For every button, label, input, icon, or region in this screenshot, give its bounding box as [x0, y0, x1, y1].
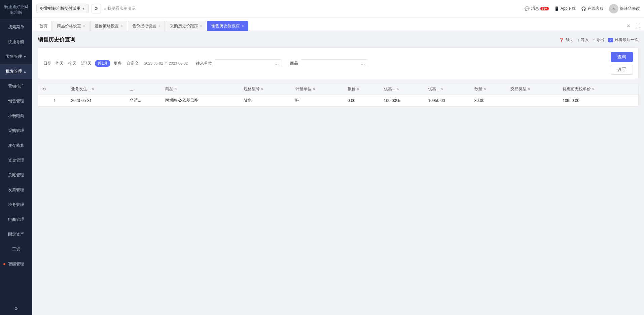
th-more[interactable]: ...: [127, 83, 162, 95]
th-price[interactable]: 报价 ⇅: [344, 83, 381, 95]
sidebar-item-ecomm2[interactable]: 电商管理: [0, 212, 32, 227]
partner-search-dots[interactable]: …: [274, 61, 279, 66]
app-download-button[interactable]: 📱 App下载: [554, 6, 576, 11]
sort-icon: ⇅: [357, 87, 359, 91]
th-pre-tax-price[interactable]: 优惠前无税单价 ⇅: [559, 83, 638, 95]
td-pre-tax-price: 10950.00: [559, 95, 638, 106]
th-discount-amt-label: 优惠...: [428, 86, 439, 92]
date-custom[interactable]: 自定义: [125, 60, 140, 67]
th-trade-type[interactable]: 交易类型 ⇅: [507, 83, 559, 95]
import-icon: ↓: [577, 38, 579, 42]
td-date: 2023-05-31: [68, 95, 126, 106]
export-label: 导出: [596, 37, 604, 43]
date-1month[interactable]: 近1月: [95, 60, 111, 67]
partner-input[interactable]: [218, 61, 273, 66]
demo-button[interactable]: ○ 我要看实例演示: [104, 6, 136, 11]
sort-icon: ⇅: [396, 87, 399, 91]
app-label: App下载: [561, 6, 576, 11]
username-label: 徐泽华修改: [620, 6, 640, 11]
sidebar-item-fund[interactable]: 资金管理: [0, 153, 32, 168]
tab-purchase-strategy[interactable]: 进价策略设置 ×: [90, 21, 127, 31]
date-yesterday[interactable]: 昨天: [54, 60, 65, 67]
close-icon[interactable]: ×: [83, 24, 85, 28]
only-last-checkbox[interactable]: ✓ 只看最后一次: [608, 37, 639, 43]
sidebar-item-assets[interactable]: 固定资产: [0, 227, 32, 242]
tab-sales-history[interactable]: 销售历史价跟踪 ×: [207, 21, 248, 31]
partner-input-box[interactable]: …: [215, 59, 282, 67]
sidebar-logo-text: 畅捷通好业财 标准版: [3, 4, 30, 15]
th-pre-tax-price-label: 优惠前无税单价: [563, 86, 591, 92]
th-date[interactable]: 业务发生... ⇅: [68, 83, 126, 95]
sidebar-item-label: 总账管理: [8, 172, 24, 178]
sidebar-item-quick-nav[interactable]: 快捷导航: [0, 35, 32, 49]
tab-sell-extract[interactable]: 售价提取设置 ×: [128, 21, 165, 31]
th-discount-amt[interactable]: 优惠... ⇅: [425, 83, 471, 95]
th-qty[interactable]: 数量 ⇅: [471, 83, 507, 95]
sidebar-item-salary[interactable]: 工资: [0, 242, 32, 257]
import-button[interactable]: ↓ 导入: [577, 37, 589, 43]
export-button[interactable]: ↑ 导出: [593, 37, 604, 43]
sidebar-item-inventory[interactable]: 库存核算: [0, 138, 32, 153]
sidebar-item-label: 工资: [12, 246, 20, 252]
close-icon[interactable]: ×: [121, 24, 123, 28]
product-input-box[interactable]: …: [301, 59, 368, 67]
th-discount-pct[interactable]: 优惠... ⇅: [381, 83, 425, 95]
product-input[interactable]: [304, 61, 359, 66]
th-product[interactable]: 商品 ⇅: [162, 83, 240, 95]
product-search-dots[interactable]: …: [360, 61, 365, 66]
help-label: 帮助: [565, 37, 573, 43]
sidebar-logo: 畅捷通好业财 标准版: [0, 0, 32, 20]
th-num: [50, 83, 68, 95]
th-unit[interactable]: 计量单位 ⇅: [292, 83, 344, 95]
sidebar-item-label: 小畅电商: [8, 113, 24, 119]
close-icon[interactable]: ×: [200, 24, 202, 28]
window-controls: ✕ ⛶: [625, 23, 641, 31]
gear-icon: ⚙: [14, 306, 18, 311]
sidebar-item-retail[interactable]: 零售管理 ▼: [0, 49, 32, 64]
sidebar-item-label: 批发管理: [6, 69, 22, 74]
tab-label: 售价提取设置: [132, 23, 156, 29]
help-icon: ❓: [559, 38, 564, 42]
query-button[interactable]: 查询: [611, 52, 633, 62]
sidebar-item-tax[interactable]: 税务管理: [0, 198, 32, 212]
th-spec[interactable]: 规格型号 ⇅: [240, 83, 292, 95]
th-spec-label: 规格型号: [244, 86, 260, 92]
sidebar-item-sales[interactable]: 销售管理: [0, 94, 32, 109]
message-button[interactable]: 💬 消息 99+: [525, 6, 549, 11]
user-avatar-button[interactable]: 人 徐泽华修改: [609, 4, 640, 13]
sidebar-item-purchase[interactable]: 采购管理: [0, 124, 32, 138]
date-today[interactable]: 今天: [67, 60, 78, 67]
sidebar-settings-button[interactable]: ⚙: [0, 302, 32, 315]
online-service-button[interactable]: 🎧 在线客服: [581, 6, 604, 11]
tab-home[interactable]: 首页: [35, 21, 52, 31]
close-window-button[interactable]: ✕: [625, 23, 632, 29]
th-trade-type-label: 交易类型: [510, 86, 527, 92]
sidebar-item-invoice[interactable]: 发票管理: [0, 183, 32, 198]
message-badge: 99+: [540, 7, 549, 10]
tab-label: 采购历史价跟踪: [170, 23, 198, 29]
date-7days[interactable]: 近7天: [80, 60, 93, 67]
td-discount-amt: 10950.00: [425, 95, 471, 106]
version-selector[interactable]: 好业财标准版交付试用 ▼: [36, 4, 89, 13]
sidebar-item-search-menu[interactable]: 搜索菜单: [0, 20, 32, 35]
sidebar-item-ai[interactable]: 智能管理: [0, 257, 32, 272]
tab-price[interactable]: 商品价格设置 ×: [52, 21, 90, 31]
sidebar-item-label: 资金管理: [8, 158, 24, 163]
topbar-settings-button[interactable]: ⚙: [92, 4, 101, 13]
sidebar-item-ledger[interactable]: 总账管理: [0, 168, 32, 183]
topbar-right: 💬 消息 99+ 📱 App下载 🎧 在线客服 人 徐泽华修改: [525, 4, 640, 13]
sidebar-item-wholesale[interactable]: 批发管理 ▲: [0, 64, 32, 79]
tab-purchase-history[interactable]: 采购历史价跟踪 ×: [166, 21, 207, 31]
close-icon[interactable]: ×: [158, 24, 160, 28]
expand-window-button[interactable]: ⛶: [635, 23, 641, 29]
sort-icon: ⇅: [440, 87, 443, 91]
main-content: 好业财标准版交付试用 ▼ ⚙ ○ 我要看实例演示 💬 消息 99+ 📱 App下…: [32, 0, 644, 315]
setting-button[interactable]: 设置: [611, 65, 633, 75]
sidebar-item-marketing[interactable]: 营销推广: [0, 79, 32, 94]
gear-icon[interactable]: ⚙: [42, 87, 46, 92]
sidebar-item-ecommerce[interactable]: 小畅电商: [0, 109, 32, 124]
date-more[interactable]: 更多: [112, 60, 123, 67]
help-button[interactable]: ❓ 帮助: [559, 37, 573, 43]
td-gear: [38, 95, 50, 106]
close-icon[interactable]: ×: [242, 24, 244, 28]
